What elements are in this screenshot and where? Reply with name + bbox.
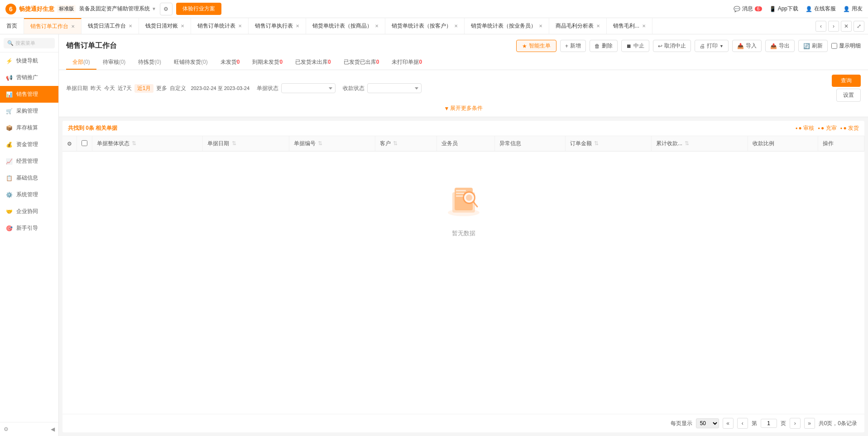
sidebar-item-purchase[interactable]: 🛒 采购管理 [0,103,58,119]
sort-icon[interactable]: ⇅ [232,140,236,147]
table-scroll[interactable]: ⚙ 单据整体状态 ⇅ 单据日期 ⇅ [62,136,864,414]
close-icon[interactable]: ✕ [642,24,646,28]
subtab-overdue[interactable]: 到期未发货0 [246,56,289,70]
th-settings[interactable]: ⚙ [62,136,77,152]
app-download-btn[interactable]: 📱 App下载 [769,5,798,13]
subtab-pending-review[interactable]: 待审核(0) [96,56,132,70]
first-page-btn[interactable]: « [723,418,734,429]
sidebar-collapse-icon[interactable]: ◀ [51,426,55,432]
search-input-area[interactable]: 🔍 搜索菜单 [4,38,55,48]
sort-icon[interactable]: ⇅ [685,140,689,147]
sort-icon[interactable]: ⇅ [318,140,322,147]
date-shortcut-7days[interactable]: 近7天 [118,85,132,92]
sort-icon[interactable]: ⇅ [393,140,398,147]
last-page-btn[interactable]: » [804,418,815,429]
sidebar-item-base-info[interactable]: 📋 基础信息 [0,170,58,186]
page-number-input[interactable] [761,419,777,428]
user-menu[interactable]: 👤 用友 [843,5,863,13]
stop-btn[interactable]: ⏹ 中止 [621,40,649,52]
query-btn[interactable]: 查询 [832,75,861,87]
industry-btn[interactable]: 体验行业方案 [176,3,221,15]
sidebar-search[interactable]: 🔍 搜索菜单 [0,34,58,52]
sidebar-item-quick-nav[interactable]: ⚡ 快捷导航 [0,52,58,69]
system-selector[interactable]: 装备及固定资产辅助管理系统 ▼ [79,5,156,13]
unreview-btn[interactable]: ● 充审 [818,124,836,132]
tab-sales-workbench[interactable]: 销售订单工作台 ✕ [24,18,82,34]
tabs-prev-icon[interactable]: ‹ [815,21,826,32]
page-size-select[interactable]: 50 20 100 [696,418,719,428]
ship-btn[interactable]: ● 发货 [840,124,859,132]
date-shortcut-1month[interactable]: 近1月 [134,84,154,93]
sidebar-item-label: 快捷导航 [16,57,38,65]
status-select[interactable] [281,83,336,93]
set-btn[interactable]: 设置 [836,89,861,102]
close-icon[interactable]: ✕ [296,24,299,28]
refresh-btn[interactable]: 🔄 刷新 [798,40,828,52]
subtab-pending-pick[interactable]: 待拣货(0) [132,56,168,70]
payment-select[interactable] [367,83,422,93]
tabs-next-icon[interactable]: › [828,21,839,32]
subtab-shipped-out[interactable]: 已发货已出库0 [337,56,386,70]
sidebar-settings-icon[interactable]: ⚙ [4,426,9,432]
subtab-shipped-not-out[interactable]: 已发货未出库0 [289,56,337,70]
close-icon[interactable]: ✕ [596,24,600,28]
subtab-unprinted[interactable]: 未打印单据0 [385,56,428,70]
sidebar-item-guide[interactable]: 🎯 新手引导 [0,220,58,237]
message-btn[interactable]: 💬 消息 6 [734,5,762,13]
prev-page-btn[interactable]: ‹ [737,418,748,429]
tab-product-stats[interactable]: 销货单统计表（按商品） ✕ [306,18,385,34]
date-shortcut-custom[interactable]: 自定义 [170,85,186,92]
close-icon[interactable]: ✕ [71,24,75,29]
smart-create-btn[interactable]: ★ 智能生单 [516,40,556,52]
th-checkbox[interactable] [77,136,92,152]
close-icon[interactable]: ✕ [375,24,379,28]
sidebar-item-enterprise[interactable]: 🤝 企业协同 [0,203,58,220]
subtab-unshipped[interactable]: 未发货0 [214,56,246,70]
print-btn[interactable]: 🖨 打印 ▼ [695,40,729,52]
select-all-checkbox[interactable] [82,140,87,146]
sidebar-item-inventory[interactable]: 📦 库存核算 [0,119,58,136]
close-icon[interactable]: ✕ [181,24,184,28]
close-icon[interactable]: ✕ [454,24,458,28]
tab-daily-clear[interactable]: 钱货日清工作台 ✕ [82,18,139,34]
date-shortcut-today[interactable]: 今天 [104,85,115,92]
sidebar-item-sales[interactable]: 📊 销售管理 [0,86,58,103]
tabs-close-icon[interactable]: ✕ [841,21,852,32]
close-icon[interactable]: ✕ [129,24,132,28]
sort-icon[interactable]: ⇅ [594,140,599,147]
detail-checkbox-input[interactable] [831,43,837,49]
export-btn[interactable]: 📤 导出 [765,40,795,52]
close-icon[interactable]: ✕ [238,24,242,28]
delete-btn[interactable]: 🗑 删除 [590,40,618,52]
cancel-stop-btn[interactable]: ↩ 取消中止 [653,40,691,52]
sort-icon[interactable]: ⇅ [132,140,136,147]
review-btn[interactable]: ● 审核 [796,124,814,132]
settings-icon[interactable]: ⚙ [160,3,173,15]
tab-salesperson-stats[interactable]: 销货单统计表（按业务员） ✕ [465,18,549,34]
tab-gross-profit[interactable]: 商品毛利分析表 ✕ [549,18,607,34]
column-settings-icon[interactable]: ⚙ [67,141,72,147]
close-icon[interactable]: ✕ [539,24,542,28]
show-detail-checkbox[interactable]: 显示明细 [831,42,861,50]
tabs-expand-icon[interactable]: ⤢ [854,21,864,32]
online-service-btn[interactable]: 👤 在线客服 [806,5,836,13]
tab-daily-reconcile[interactable]: 钱货日清对账 ✕ [139,18,191,34]
tab-customer-stats[interactable]: 销货单统计表（按客户） ✕ [385,18,465,34]
add-btn[interactable]: + 新增 [560,40,586,52]
date-shortcut-yesterday[interactable]: 昨天 [91,85,101,92]
subtab-all[interactable]: 全部(0) [66,56,96,70]
date-shortcut-more[interactable]: 更多 [156,85,167,92]
sidebar-item-marketing[interactable]: 📢 营销推广 [0,69,58,86]
tab-order-stats[interactable]: 销售订单统计表 ✕ [191,18,249,34]
tab-home-label: 首页 [6,22,17,30]
import-btn[interactable]: 📥 导入 [732,40,762,52]
tab-sales-gross[interactable]: 销售毛利... ✕ [607,18,652,34]
sidebar-item-finance[interactable]: 💰 资金管理 [0,136,58,153]
tab-home[interactable]: 首页 [0,18,24,34]
expand-conditions-btn[interactable]: ▼ 展开更多条件 [444,104,483,112]
next-page-btn[interactable]: › [790,418,801,429]
subtab-shop-pending[interactable]: 旺铺待发货(0) [168,56,214,70]
sidebar-item-operations[interactable]: 📈 经营管理 [0,153,58,170]
tab-order-exec[interactable]: 销售订单执行表 ✕ [249,18,306,34]
sidebar-item-system[interactable]: ⚙️ 系统管理 [0,186,58,203]
